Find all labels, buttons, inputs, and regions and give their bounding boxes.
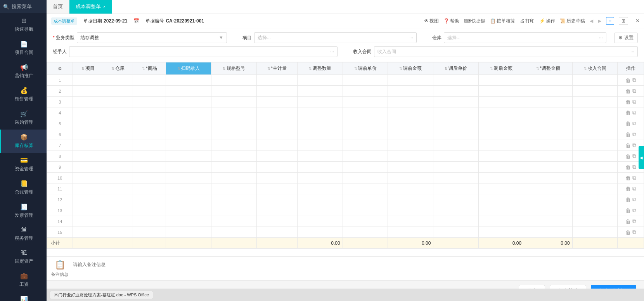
sort-icon-after_price[interactable]: ⇅: [445, 67, 448, 71]
cell-settings-6[interactable]: 6: [47, 129, 73, 140]
sort-icon-after_amount[interactable]: ⇅: [490, 67, 493, 71]
delete-icon-11[interactable]: 🗑: [625, 186, 631, 192]
sort-icon-income_contract[interactable]: ⇅: [584, 67, 587, 71]
cell-spec-10[interactable]: [211, 173, 257, 183]
income-contract-select[interactable]: 收入合同 ···: [374, 46, 638, 57]
cell-after_amount-1[interactable]: [479, 75, 524, 86]
cell-warehouse-7[interactable]: [103, 140, 133, 151]
cell-before_price-11[interactable]: [343, 183, 388, 194]
cell-before_price-1[interactable]: [343, 75, 388, 86]
copy-icon-10[interactable]: ⧉: [632, 175, 636, 181]
sort-icon-adjust_amount[interactable]: ⇅: [536, 67, 539, 71]
cell-after_price-13[interactable]: [433, 205, 479, 216]
cell-action-10[interactable]: 🗑⧉: [618, 173, 644, 183]
cell-action-6[interactable]: 🗑⧉: [618, 129, 644, 140]
audit-btn[interactable]: 📋 按单核算: [490, 18, 515, 24]
shortcut-btn[interactable]: ⌨ 快捷键: [464, 18, 485, 24]
cell-settings-14[interactable]: 14: [47, 216, 73, 227]
delete-icon-14[interactable]: 🗑: [625, 218, 631, 225]
cell-before_price-8[interactable]: [343, 151, 388, 162]
cell-scan-13[interactable]: [166, 205, 211, 216]
delete-icon-10[interactable]: 🗑: [625, 175, 631, 181]
cell-adjust_amount-7[interactable]: [524, 140, 573, 151]
cell-before_price-3[interactable]: [343, 97, 388, 107]
cell-scan-8[interactable]: [166, 151, 211, 162]
cell-unit-10[interactable]: [256, 173, 297, 183]
cell-after_price-1[interactable]: [433, 75, 479, 86]
delete-icon-15[interactable]: 🗑: [625, 229, 631, 235]
cell-before_amount-15[interactable]: [388, 227, 433, 238]
business-type-select[interactable]: 结存调整 ▼: [77, 32, 227, 43]
delete-icon-7[interactable]: 🗑: [625, 142, 631, 149]
cell-adjust_amount-12[interactable]: [524, 194, 573, 205]
cell-spec-5[interactable]: [211, 118, 257, 129]
cell-before_amount-3[interactable]: [388, 97, 433, 107]
cell-settings-15[interactable]: 15: [47, 227, 73, 238]
cell-scan-1[interactable]: [166, 75, 211, 86]
cell-settings-1[interactable]: 1: [47, 75, 73, 86]
cell-unit-12[interactable]: [256, 194, 297, 205]
cell-spec-9[interactable]: [211, 162, 257, 173]
cell-after_price-6[interactable]: [433, 129, 479, 140]
cell-goods-5[interactable]: [133, 118, 166, 129]
sort-icon-before_price[interactable]: ⇅: [354, 67, 357, 71]
cell-after_amount-8[interactable]: [479, 151, 524, 162]
cell-scan-3[interactable]: [166, 97, 211, 107]
sort-icon-scan[interactable]: ⇅: [177, 67, 180, 71]
cell-spec-11[interactable]: [211, 183, 257, 194]
cell-adjust_qty-13[interactable]: [297, 205, 343, 216]
cell-scan-14[interactable]: [166, 216, 211, 227]
table-container[interactable]: ⚙⇅项目⇅仓库⇅*商品⇅扫码录入⇅规格型号⇅*主计量⇅调整数量⇅调前单价⇅调前金…: [47, 62, 644, 256]
cell-after_amount-13[interactable]: [479, 205, 524, 216]
delete-icon-1[interactable]: 🗑: [625, 77, 631, 83]
cell-income_contract-5[interactable]: [572, 118, 618, 129]
cell-before_amount-7[interactable]: [388, 140, 433, 151]
cell-after_price-14[interactable]: [433, 216, 479, 227]
cell-income_contract-14[interactable]: [572, 216, 618, 227]
cell-after_amount-11[interactable]: [479, 183, 524, 194]
cell-scan-11[interactable]: [166, 183, 211, 194]
cell-before_price-4[interactable]: [343, 107, 388, 118]
settings-button[interactable]: ⚙ 设置: [614, 33, 638, 43]
cell-goods-13[interactable]: [133, 205, 166, 216]
cell-warehouse-12[interactable]: [103, 194, 133, 205]
cell-project-4[interactable]: [73, 107, 103, 118]
copy-icon-5[interactable]: ⧉: [632, 120, 636, 127]
cell-warehouse-2[interactable]: [103, 86, 133, 97]
sort-icon-goods[interactable]: ⇅: [142, 67, 145, 71]
cell-before_price-10[interactable]: [343, 173, 388, 183]
cell-project-6[interactable]: [73, 129, 103, 140]
cell-settings-3[interactable]: 3: [47, 97, 73, 107]
cell-settings-10[interactable]: 10: [47, 173, 73, 183]
cell-goods-6[interactable]: [133, 129, 166, 140]
cell-spec-15[interactable]: [211, 227, 257, 238]
cell-project-7[interactable]: [73, 140, 103, 151]
cell-before_amount-4[interactable]: [388, 107, 433, 118]
cell-goods-7[interactable]: [133, 140, 166, 151]
cell-before_price-2[interactable]: [343, 86, 388, 97]
cell-settings-4[interactable]: 4: [47, 107, 73, 118]
delete-icon-3[interactable]: 🗑: [625, 99, 631, 105]
cell-warehouse-3[interactable]: [103, 97, 133, 107]
cell-project-1[interactable]: [73, 75, 103, 86]
cell-project-13[interactable]: [73, 205, 103, 216]
cell-after_price-8[interactable]: [433, 151, 479, 162]
sort-icon-warehouse[interactable]: ⇅: [111, 67, 114, 71]
cell-scan-12[interactable]: [166, 194, 211, 205]
cell-project-8[interactable]: [73, 151, 103, 162]
copy-icon-14[interactable]: ⧉: [632, 218, 636, 225]
cell-action-5[interactable]: 🗑⧉: [618, 118, 644, 129]
cell-income_contract-1[interactable]: [572, 75, 618, 86]
cell-action-13[interactable]: 🗑⧉: [618, 205, 644, 216]
cell-income_contract-15[interactable]: [572, 227, 618, 238]
taskbar-item[interactable]: 木门行业好业财处理方案-墓红红.doc - WPS Office: [50, 291, 153, 299]
cell-project-10[interactable]: [73, 173, 103, 183]
cell-action-14[interactable]: 🗑⧉: [618, 216, 644, 227]
copy-icon-15[interactable]: ⧉: [632, 229, 636, 235]
copy-icon-11[interactable]: ⧉: [632, 185, 636, 192]
copy-icon-8[interactable]: ⧉: [632, 153, 636, 159]
cell-project-12[interactable]: [73, 194, 103, 205]
cell-settings-9[interactable]: 9: [47, 162, 73, 173]
cell-goods-9[interactable]: [133, 162, 166, 173]
cell-after_price-11[interactable]: [433, 183, 479, 194]
